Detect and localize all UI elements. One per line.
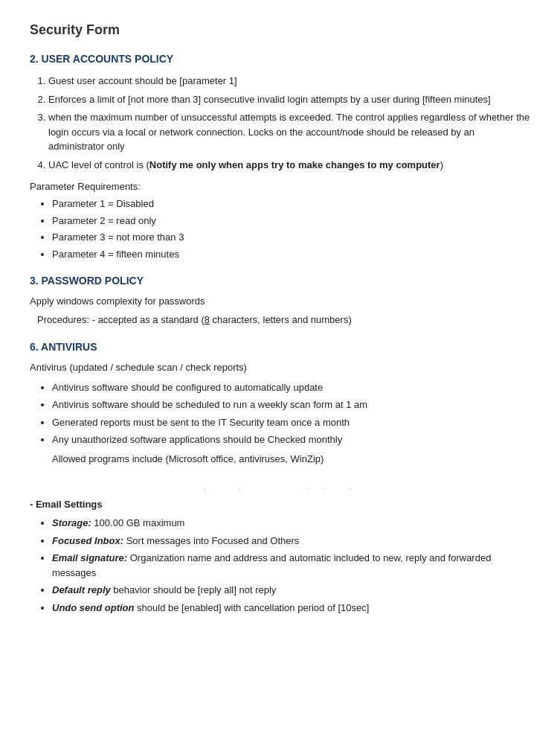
list-item-uac: UAC level of control is (Notify me only …: [48, 158, 530, 173]
list-item-email-signature: Email signature: Organization name and a…: [52, 551, 530, 580]
antivirus-bullet-list: Antivirus software should be configured …: [52, 380, 530, 467]
section-2-block: 2. USER ACCOUNTS POLICY Guest user accou…: [30, 53, 530, 261]
antivirus-subtitle: Antivirus (updated / schedule scan / che…: [30, 362, 530, 373]
section-divider: , , . . ,: [30, 481, 530, 491]
section-2-heading: 2. USER ACCOUNTS POLICY: [30, 53, 530, 65]
param-req-label: Parameter Requirements:: [30, 181, 530, 192]
allowed-programs: Allowed programs include (Microsoft offi…: [52, 452, 530, 467]
list-item: Parameter 4 = fifteen minutes: [52, 247, 530, 262]
param-list: Parameter 1 = Disabled Parameter 2 = rea…: [52, 196, 530, 261]
section-3-heading: 3. PASSWORD POLICY: [30, 275, 530, 287]
page-title: Security Form: [30, 22, 530, 38]
list-item: when the maximum number of unsuccessful …: [48, 110, 530, 154]
list-item-default-reply: Default reply behavior should be [reply …: [52, 583, 530, 598]
apply-text: Apply windows complexity for passwords: [30, 295, 530, 307]
list-item: Antivirus software should be configured …: [52, 380, 530, 395]
section-6-block: 6. ANTIVIRUS Antivirus (updated / schedu…: [30, 341, 530, 467]
section-6-heading: 6. ANTIVIRUS: [30, 341, 530, 353]
procedures-text: Procedures: - accepted as a standard (8 …: [37, 313, 530, 327]
list-item: Parameter 2 = read only: [52, 214, 530, 228]
email-settings-block: - Email Settings Storage: 100.00 GB maxi…: [30, 499, 530, 615]
list-item: Enforces a limit of [not more than 3] co…: [48, 92, 530, 107]
list-item: Parameter 1 = Disabled: [52, 196, 530, 211]
list-item: Generated reports must be sent to the IT…: [52, 415, 530, 430]
list-item-focused-inbox: Focused Inbox: Sort messages into Focuse…: [52, 534, 530, 549]
list-item: Antivirus software should be scheduled t…: [52, 397, 530, 412]
section-3-block: 3. PASSWORD POLICY Apply windows complex…: [30, 275, 530, 327]
email-bullet-list: Storage: 100.00 GB maximum Focused Inbox…: [52, 516, 530, 615]
policy-list: Guest user account should be [parameter …: [48, 74, 530, 172]
list-item: Any unauthorized software applications s…: [52, 432, 530, 447]
list-item-storage: Storage: 100.00 GB maximum: [52, 516, 530, 531]
list-item: Guest user account should be [parameter …: [48, 74, 530, 89]
list-item: Parameter 3 = not more than 3: [52, 230, 530, 245]
email-settings-label: - Email Settings: [30, 499, 530, 510]
list-item-undo-send: Undo send option should be [enabled] wit…: [52, 601, 530, 616]
